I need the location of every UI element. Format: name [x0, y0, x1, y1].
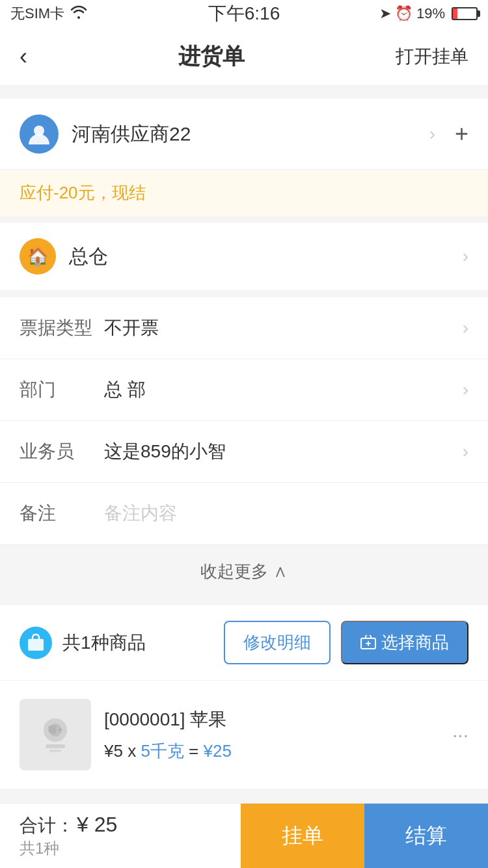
product-menu-button[interactable]: ···	[452, 724, 468, 746]
products-header: 共1种商品 修改明细 选择商品	[0, 605, 488, 680]
edit-detail-button[interactable]: 修改明细	[224, 621, 331, 664]
suspend-button[interactable]: 挂单	[241, 804, 364, 869]
warehouse-icon: 🏠	[20, 238, 56, 275]
carrier-text: 无SIM卡	[10, 4, 64, 23]
product-item: 喔+ [0000001] 苹果 ¥5 x 5千克 = ¥25 ···	[0, 680, 488, 789]
form-section: 票据类型 不开票 › 部门 总 部 › 业务员 这是859的小智 › 备注 备注…	[0, 297, 488, 545]
form-row-salesman[interactable]: 业务员 这是859的小智 ›	[0, 421, 488, 483]
form-label-invoice: 票据类型	[20, 316, 104, 340]
form-value-department: 总 部	[104, 377, 463, 402]
form-value-invoice: 不开票	[104, 316, 463, 340]
checkout-button[interactable]: 结算	[364, 804, 488, 869]
add-supplier-button[interactable]: +	[455, 120, 468, 148]
product-name: [0000001] 苹果	[104, 707, 439, 732]
wifi-icon	[70, 5, 88, 23]
form-label-department: 部门	[20, 377, 104, 402]
bottom-bar: 合计： ¥ 25 共1种 挂单 结算	[0, 803, 488, 868]
alarm-icon: ⏰	[395, 5, 413, 22]
form-row-invoice[interactable]: 票据类型 不开票 ›	[0, 297, 488, 359]
supplier-name: 河南供应商22	[72, 121, 416, 148]
back-button[interactable]: ‹	[20, 43, 27, 70]
spacer-4	[0, 599, 488, 605]
warehouse-name: 总仓	[69, 243, 450, 270]
invoice-chevron-icon: ›	[463, 318, 468, 338]
select-product-button[interactable]: 选择商品	[341, 621, 468, 664]
notice-text: 应付-20元，现结	[20, 183, 146, 202]
supplier-avatar	[20, 115, 59, 154]
spacer-3	[0, 291, 488, 297]
products-count: 共1种商品	[62, 631, 213, 655]
salesman-chevron-icon: ›	[463, 441, 468, 462]
svg-rect-1	[28, 639, 44, 651]
total-count: 共1种	[20, 838, 221, 859]
checkout-label: 结算	[405, 822, 447, 850]
status-left: 无SIM卡	[10, 4, 88, 23]
warehouse-section: 🏠 总仓 ›	[0, 223, 488, 291]
svg-rect-7	[46, 744, 65, 748]
form-row-remarks[interactable]: 备注 备注内容	[0, 483, 488, 545]
product-info: [0000001] 苹果 ¥5 x 5千克 = ¥25	[104, 707, 439, 763]
department-chevron-icon: ›	[463, 379, 468, 400]
product-thumbnail-icon: 喔+	[33, 712, 78, 757]
status-right: ➤ ⏰ 19%	[379, 5, 478, 22]
status-bar: 无SIM卡 下午6:16 ➤ ⏰ 19%	[0, 0, 488, 27]
warehouse-chevron-icon: ›	[463, 246, 468, 267]
products-section: 共1种商品 修改明细 选择商品 喔+ [0000001]	[0, 605, 488, 789]
total-label: 合计：	[20, 813, 74, 838]
product-price: ¥5 x 5千克 = ¥25	[104, 740, 439, 763]
select-product-icon	[360, 635, 376, 651]
svg-rect-8	[49, 750, 61, 752]
total-amount: ¥ 25	[77, 813, 117, 837]
form-label-remarks: 备注	[20, 501, 104, 526]
suspend-label: 挂单	[282, 822, 323, 850]
spacer-1	[0, 86, 488, 99]
collapse-button[interactable]: 收起更多 ∧	[0, 545, 488, 599]
supplier-section: 河南供应商22 › + 应付-20元，现结	[0, 99, 488, 216]
battery-icon	[452, 7, 478, 20]
location-icon: ➤	[379, 5, 391, 22]
supplier-row[interactable]: 河南供应商22 › +	[0, 99, 488, 170]
collapse-label: 收起更多 ∧	[200, 560, 287, 583]
open-suspend-button[interactable]: 打开挂单	[396, 44, 468, 69]
products-icon	[20, 627, 52, 659]
remarks-input[interactable]: 备注内容	[104, 501, 468, 526]
battery-percent: 19%	[416, 5, 445, 22]
page-title: 进货单	[178, 42, 245, 72]
form-row-department[interactable]: 部门 总 部 ›	[0, 359, 488, 421]
spacer-2	[0, 216, 488, 223]
supplier-chevron-icon: ›	[429, 124, 435, 144]
select-product-label: 选择商品	[381, 631, 449, 654]
form-value-salesman: 这是859的小智	[104, 439, 463, 464]
nav-bar: ‹ 进货单 打开挂单	[0, 27, 488, 86]
status-time: 下午6:16	[208, 1, 280, 26]
total-section: 合计： ¥ 25 共1种	[0, 813, 241, 859]
warehouse-row[interactable]: 🏠 总仓 ›	[0, 223, 488, 291]
supplier-actions: › +	[429, 120, 468, 148]
product-image: 喔+	[20, 699, 91, 770]
form-label-salesman: 业务员	[20, 439, 104, 464]
notice-bar: 应付-20元，现结	[0, 170, 488, 216]
svg-text:喔+: 喔+	[48, 724, 62, 735]
